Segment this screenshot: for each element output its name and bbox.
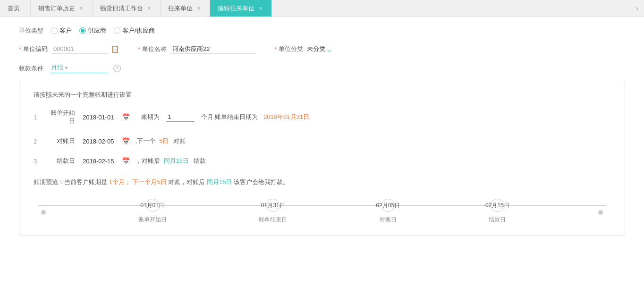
row-num-3: 3 (34, 158, 43, 165)
tab-sales-history[interactable]: 销售订单历史 × (31, 0, 93, 17)
reconcile-suffix: 对账 (173, 137, 186, 145)
unit-code-copy-icon[interactable]: 📋 (111, 45, 119, 53)
chevron-down-icon: ⌵ (327, 45, 332, 54)
payment-date-cal-icon[interactable]: 📅 (122, 157, 130, 165)
timeline-container: 01月01日 账单开始日 01月31日 账单结束日 02月05日 对账日 (34, 199, 610, 224)
radio-both[interactable]: 客户/供应商 (114, 26, 155, 35)
node-label-3: 对账日 (380, 216, 397, 224)
preview-part2: 下一个月5日 (132, 178, 166, 186)
tab-close-sales-history[interactable]: × (78, 5, 85, 12)
preview-part3: 同月15日 (207, 178, 232, 186)
tab-edit-partner[interactable]: 编辑往来单位 × (210, 0, 272, 17)
reconcile-day-highlight: 5日 (159, 137, 169, 145)
radio-circle-customer (51, 27, 58, 34)
radio-supplier[interactable]: 供应商 (79, 26, 106, 35)
unit-name-field-group: * 单位名称 (138, 44, 255, 54)
radio-circle-both (114, 27, 120, 34)
payment-date-row: 3 结款日 2018-02-15 📅 ，对账后 同月15日 结款 (34, 157, 610, 165)
card-title: 请按照未来的一个完整帐期进行设置 (34, 91, 610, 99)
tab-close-cash-work[interactable]: × (146, 5, 153, 12)
unit-type-row: 单位类型 客户 供应商 客户/供应商 (19, 26, 625, 35)
tab-cash-work[interactable]: 钱货日清工作台 × (93, 0, 161, 17)
node-label-2: 账单结束日 (259, 216, 287, 224)
reconcile-prefix: ,下一个 (136, 137, 156, 145)
node-circle-2: 01月31日 (266, 199, 280, 212)
node-circle-4: 02月15日 (491, 199, 504, 212)
unit-category-field-group: * 单位分类 未分类 ⌵ (274, 45, 332, 54)
preview-prefix: 账期预览：当前客户账期是 (34, 178, 107, 186)
unit-name-input[interactable] (170, 44, 255, 54)
timeline-node-4: 02月15日 结款日 (489, 199, 506, 224)
row-num-1: 1 (34, 114, 43, 121)
tab-close-edit-partner[interactable]: × (257, 5, 264, 12)
end-date-highlight: 2018年01月31日 (263, 113, 309, 121)
right-dot-circle (598, 210, 603, 215)
payment-terms-label: 收款条件 (19, 64, 43, 73)
period-suffix: 个月,账单结束日期为 (201, 113, 258, 121)
unit-type-radio-group: 客户 供应商 客户/供应商 (51, 26, 155, 35)
unit-code-required: * (19, 46, 21, 53)
reconcile-date-cal-icon[interactable]: 📅 (122, 137, 130, 145)
preview-middle: 对账，对账后 (168, 178, 205, 186)
unit-name-label: 单位名称 (142, 45, 167, 53)
unit-code-label: 单位编码 (23, 45, 48, 53)
reconcile-date-row: 2 对账日 2018-02-05 📅 ,下一个 5日 对账 (34, 137, 610, 145)
start-date-cal-icon[interactable]: 📅 (122, 113, 130, 121)
timeline-node-2: 01月31日 账单结束日 (259, 199, 287, 224)
unit-code-field-group: * 单位编码 📋 (19, 44, 119, 54)
months-input[interactable] (166, 112, 195, 122)
node-label-4: 结款日 (489, 216, 506, 224)
payment-terms-value: 月结 (51, 63, 63, 72)
left-dot-circle (41, 210, 46, 215)
radio-label-supplier: 供应商 (88, 26, 106, 35)
start-date-row: 1 账单开始日 2018-01-01 📅 账期为 个月,账单结束日期为 2018… (34, 109, 610, 126)
node-circle-3: 02月05日 (381, 199, 395, 212)
radio-customer[interactable]: 客户 (51, 26, 72, 35)
reconcile-date-label: 对账日 (47, 137, 75, 145)
payment-prefix: ，对账后 (136, 157, 160, 165)
node-circle-1: 01月01日 (146, 199, 159, 212)
period-prefix: 账期为 (141, 113, 160, 121)
start-date-value: 2018-01-01 (83, 114, 114, 121)
tab-more-button[interactable]: › (630, 4, 644, 13)
payment-date-value: 2018-02-15 (83, 158, 114, 165)
unit-category-required: * (274, 46, 277, 53)
node-label-1: 账单开始日 (138, 216, 167, 224)
unit-type-label: 单位类型 (19, 26, 43, 35)
reconcile-date-value: 2018-02-05 (83, 138, 114, 145)
unit-category-label: 单位分类 (279, 45, 303, 53)
unit-category-select[interactable]: 未分类 ⌵ (307, 45, 332, 54)
payment-suffix: 结款 (194, 157, 206, 165)
start-date-label: 账单开始日 (47, 109, 75, 126)
tab-bar: 首页 销售订单历史 × 钱货日清工作台 × 往来单位 × 编辑往来单位 × › (0, 0, 644, 17)
unit-code-input[interactable] (51, 44, 108, 54)
period-settings-card: 请按照未来的一个完整帐期进行设置 1 账单开始日 2018-01-01 📅 账期… (19, 81, 625, 236)
payment-terms-select[interactable]: 月结 ▾ (51, 63, 108, 73)
help-icon[interactable]: ? (113, 65, 121, 72)
payment-date-label: 结款日 (47, 157, 75, 165)
row-num-2: 2 (34, 138, 43, 145)
preview-part1: 1个月， (109, 178, 131, 186)
unit-name-required: * (138, 46, 140, 53)
timeline-nodes: 01月01日 账单开始日 01月31日 账单结束日 02月05日 对账日 (41, 199, 603, 224)
chevron-down-icon-payment: ▾ (65, 65, 68, 70)
timeline-node-1: 01月01日 账单开始日 (138, 199, 167, 224)
page-content: 单位类型 客户 供应商 客户/供应商 * 单位编码 📋 * 单位名称 (0, 17, 644, 287)
timeline-node-3: 02月05日 对账日 (380, 199, 397, 224)
timeline-right-dot (598, 201, 603, 224)
unit-category-value: 未分类 (307, 45, 325, 53)
payment-terms-row: 收款条件 月结 ▾ ? (19, 63, 625, 73)
radio-label-both: 客户/供应商 (122, 26, 155, 35)
timeline-left-dot (41, 201, 46, 224)
preview-suffix: 该客户会给我打款。 (234, 178, 289, 186)
radio-label-customer: 客户 (59, 26, 72, 35)
tab-close-partner[interactable]: × (195, 5, 202, 12)
unit-info-row: * 单位编码 📋 * 单位名称 * 单位分类 未分类 ⌵ (19, 44, 625, 54)
tab-home[interactable]: 首页 (0, 0, 31, 17)
payment-day-highlight: 同月15日 (164, 157, 189, 165)
preview-text: 账期预览：当前客户账期是 1个月， 下一个月5日 对账，对账后 同月15日 该客… (34, 177, 610, 187)
radio-circle-supplier (79, 27, 86, 34)
tab-partner[interactable]: 往来单位 × (161, 0, 210, 17)
